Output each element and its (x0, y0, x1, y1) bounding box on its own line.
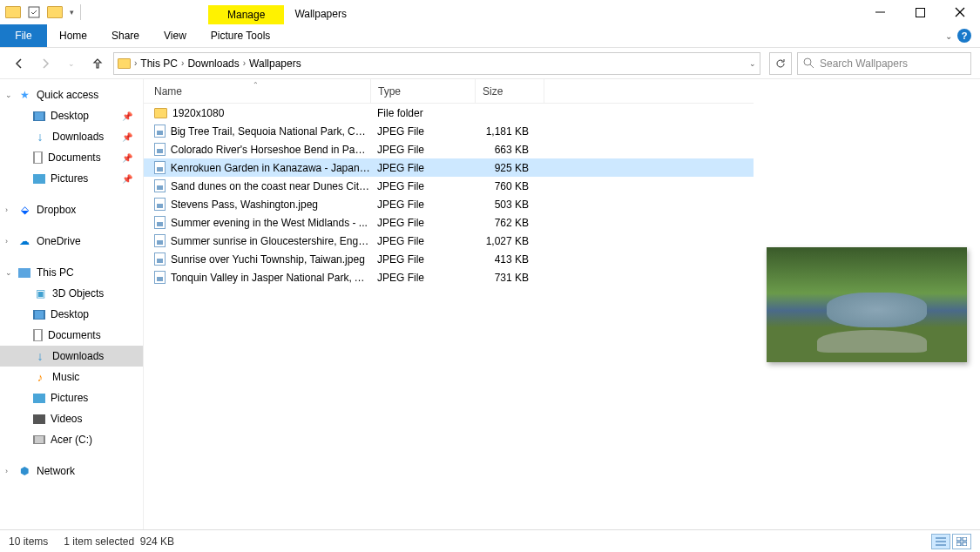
nav-pc-item[interactable]: Videos (0, 408, 143, 429)
preview-pane (754, 79, 980, 529)
search-input[interactable]: Search Wallpapers (797, 52, 971, 75)
file-size: 1,027 KB (475, 235, 537, 247)
address-row: ⌄ › This PC › Downloads › Wallpapers ⌄ S… (0, 48, 980, 79)
address-dropdown-button[interactable]: ⌄ (749, 59, 756, 68)
nav-quick-item[interactable]: Pictures📌 (0, 168, 143, 189)
breadcrumb-downloads[interactable]: Downloads (187, 57, 239, 70)
image-file-icon (154, 125, 166, 138)
image-file-icon (154, 234, 166, 247)
minimize-button[interactable] (860, 0, 900, 24)
nav-quick-item[interactable]: Documents📌 (0, 147, 143, 168)
file-row[interactable]: Colorado River's Horseshoe Bend in Page.… (144, 140, 754, 158)
tab-share[interactable]: Share (99, 24, 152, 47)
nav-network[interactable]: ›⬢Network (0, 461, 143, 481)
view-details-button[interactable] (931, 534, 950, 549)
nav-pc-item[interactable]: ↓Downloads (0, 346, 143, 367)
pin-icon: 📌 (122, 174, 132, 184)
recent-dropdown-button[interactable]: ⌄ (61, 53, 82, 74)
refresh-button[interactable] (769, 52, 792, 75)
file-row[interactable]: Sunrise over Yuchi Township, Taiwan.jpeg… (144, 250, 754, 268)
tab-picture-tools[interactable]: Picture Tools (199, 24, 282, 47)
nav-pc-item[interactable]: ▣3D Objects (0, 283, 143, 304)
nav-quick-item[interactable]: Desktop📌 (0, 105, 143, 126)
nav-pc-item[interactable]: Desktop (0, 304, 143, 325)
chevron-right-icon[interactable]: › (134, 58, 137, 68)
ribbon-tabs: File Home Share View Picture Tools ⌄ ? (0, 24, 980, 48)
nav-pc-item[interactable]: Acer (C:) (0, 429, 143, 450)
file-size: 1,181 KB (475, 125, 537, 138)
nav-this-pc[interactable]: ⌄This PC (0, 262, 143, 283)
nav-item-label: Desktop (51, 110, 89, 122)
file-row[interactable]: Kenrokuen Garden in Kanazawa - Japan.j..… (144, 158, 754, 177)
breadcrumb-this-pc[interactable]: This PC (140, 57, 178, 70)
nav-item-label: Videos (51, 413, 82, 425)
nav-quick-item[interactable]: ↓Downloads📌 (0, 126, 143, 147)
breadcrumb-wallpapers[interactable]: Wallpapers (249, 57, 301, 70)
file-row[interactable]: Tonquin Valley in Jasper National Park, … (144, 268, 754, 286)
network-icon: ⬢ (17, 464, 31, 478)
file-size: 413 KB (475, 253, 537, 266)
search-icon (803, 57, 814, 69)
image-file-icon (154, 143, 166, 156)
tab-home[interactable]: Home (47, 24, 99, 47)
svg-rect-13 (963, 542, 967, 546)
pin-icon: 📌 (122, 132, 132, 142)
ribbon-expand-button[interactable]: ⌄ (945, 31, 952, 41)
chevron-right-icon[interactable]: › (243, 58, 246, 68)
nav-item-label: Pictures (51, 172, 88, 185)
forward-button[interactable] (35, 53, 56, 74)
view-large-icons-button[interactable] (952, 534, 971, 549)
context-tab-manage[interactable]: Manage (208, 5, 284, 24)
close-button[interactable] (940, 0, 980, 24)
file-size: 925 KB (475, 162, 537, 174)
nav-item-label: 3D Objects (52, 287, 104, 300)
file-size: 503 KB (475, 199, 537, 211)
qat-properties-button[interactable] (24, 3, 44, 22)
nav-item-label: Music (52, 371, 79, 383)
file-list: ⌃ Name Type Size 1920x1080File folderBig… (144, 79, 754, 529)
file-size: 731 KB (475, 272, 537, 284)
address-bar[interactable]: › This PC › Downloads › Wallpapers ⌄ (113, 52, 760, 75)
qat-folder2-icon (45, 3, 64, 22)
image-file-icon (154, 198, 166, 211)
file-row[interactable]: Sand dunes on the coast near Dunes City.… (144, 177, 754, 195)
file-row[interactable]: 1920x1080File folder (144, 104, 754, 122)
nav-pc-item[interactable]: ♪Music (0, 367, 143, 387)
nav-item-label: Desktop (51, 308, 89, 320)
nav-pc-item[interactable]: Documents (0, 325, 143, 346)
pic-icon (33, 174, 45, 184)
column-header-size[interactable]: Size (475, 79, 544, 103)
svg-rect-11 (963, 537, 967, 541)
file-type: JPEG File (370, 272, 475, 284)
doc-icon (33, 151, 43, 164)
nav-pc-item[interactable]: Pictures (0, 387, 143, 408)
file-row[interactable]: Big Tree Trail, Sequoia National Park, C… (144, 122, 754, 140)
up-button[interactable] (87, 53, 108, 74)
3d-icon: ▣ (33, 286, 47, 300)
help-button[interactable]: ? (957, 29, 971, 43)
nav-item-label: Acer (C:) (51, 434, 92, 446)
file-row[interactable]: Summer evening in the West Midlands - ..… (144, 213, 754, 232)
file-row[interactable]: Stevens Pass, Washington.jpegJPEG File50… (144, 195, 754, 213)
file-type: JPEG File (370, 217, 475, 229)
tab-file[interactable]: File (0, 24, 47, 47)
folder-icon (154, 108, 167, 118)
nav-item-label: Downloads (52, 350, 104, 362)
file-name: Big Tree Trail, Sequoia National Park, C… (171, 125, 370, 138)
chevron-right-icon[interactable]: › (181, 58, 184, 68)
column-header-type[interactable]: Type (370, 79, 475, 103)
svg-point-5 (804, 58, 811, 65)
preview-image (767, 247, 967, 362)
nav-dropbox[interactable]: ›⬙Dropbox (0, 199, 143, 220)
maximize-button[interactable] (900, 0, 940, 24)
back-button[interactable] (9, 53, 30, 74)
image-file-icon (154, 179, 166, 192)
file-row[interactable]: Summer sunrise in Gloucestershire, Engla… (144, 232, 754, 250)
qat-dropdown-button[interactable]: ▾ (66, 3, 77, 22)
file-type: JPEG File (370, 235, 475, 247)
file-name: Colorado River's Horseshoe Bend in Page.… (171, 144, 370, 156)
nav-quick-access[interactable]: ⌄★Quick access (0, 84, 143, 105)
nav-onedrive[interactable]: ›☁OneDrive (0, 231, 143, 252)
tab-view[interactable]: View (152, 24, 199, 47)
file-type: JPEG File (370, 125, 475, 138)
